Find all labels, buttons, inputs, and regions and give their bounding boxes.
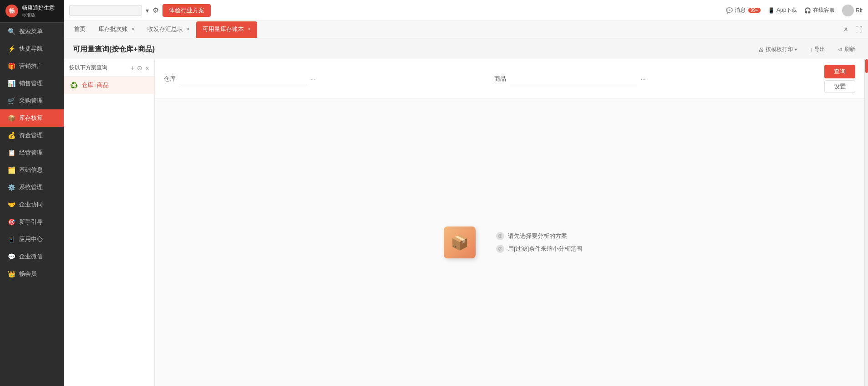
sidebar-item-cooperation[interactable]: 🤝 企业协同	[0, 196, 64, 213]
content-area: 按以下方案查询 + ⊙ « ♻️ 仓库+商品	[64, 59, 868, 386]
topbar-message[interactable]: 💬 消息 99+	[726, 6, 761, 14]
sidebar-item-inventory[interactable]: 📦 库存核算	[0, 109, 64, 127]
topbar-right: 💬 消息 99+ 📱 App下载 🎧 在线客服 Rit	[726, 5, 863, 16]
empty-state: ① 请先选择要分析的方案 ② 用[过滤]条件来缩小分析范围	[155, 99, 864, 386]
empty-step-1: ① 请先选择要分析的方案	[496, 232, 582, 240]
export-btn[interactable]: ↑ 导出	[806, 44, 829, 55]
cart-icon: 🛒	[7, 97, 15, 104]
sidebar-item-basic[interactable]: 🗂️ 基础信息	[0, 161, 64, 179]
left-panel-header: 按以下方案查询 + ⊙ «	[64, 59, 154, 77]
target-icon: 🎯	[7, 218, 15, 226]
print-btn[interactable]: 🖨 按模板打印 ▾	[755, 44, 801, 55]
topbar-online-service[interactable]: 🎧 在线客服	[804, 6, 835, 14]
sidebar-item-appcenter[interactable]: 📱 应用中心	[0, 231, 64, 248]
sidebar-header: 畅 畅康通好生意 标准版	[0, 0, 64, 23]
sidebar-item-finance[interactable]: 💰 资金管理	[0, 127, 64, 144]
brand-sub: 标准版	[22, 12, 55, 18]
product-filter-label: 商品	[494, 75, 506, 83]
product-more-btn[interactable]: ···	[641, 76, 646, 82]
tab-summary-close[interactable]: ×	[187, 26, 190, 32]
topbar-gear-btn[interactable]: ⚙	[152, 6, 159, 15]
lightning-icon: ⚡	[7, 45, 15, 52]
box-icon: 📦	[7, 114, 15, 122]
sidebar-item-sales[interactable]: 📊 销售管理	[0, 75, 64, 92]
sidebar-item-system[interactable]: ⚙️ 系统管理	[0, 179, 64, 196]
sidebar-item-wechat[interactable]: 💬 企业微信	[0, 248, 64, 265]
scheme-warehouse-product[interactable]: ♻️ 仓库+商品	[64, 77, 154, 94]
tab-available-close[interactable]: ×	[248, 26, 251, 32]
empty-step-2: ② 用[过滤]条件来缩小分析范围	[496, 245, 582, 253]
step-1-text: 请先选择要分析的方案	[508, 232, 567, 240]
product-filter-group: 商品 ···	[494, 73, 817, 84]
left-panel-header-actions: + ⊙ «	[131, 64, 149, 72]
topbar-user[interactable]: Rit	[842, 5, 863, 16]
sidebar-item-operations[interactable]: 📋 经营管理	[0, 144, 64, 161]
warehouse-more-btn[interactable]: ···	[310, 76, 315, 82]
recycle-icon: ♻️	[70, 82, 78, 89]
empty-box-icon	[444, 226, 476, 258]
sidebar-item-member[interactable]: 👑 畅会员	[0, 265, 64, 283]
filter-actions: 查询 设置	[824, 65, 855, 93]
scheme-settings-btn[interactable]: ⊙	[137, 64, 142, 72]
chevron-down-icon: ▾	[795, 47, 797, 52]
sidebar-scroll: 🔍 搜索菜单 ⚡ 快捷导航 🎁 营销推广 📊 销售管理 🛒 采购管理 📦 库存核…	[0, 23, 64, 386]
expand-window-btn[interactable]: ⛶	[853, 24, 864, 36]
collapse-icon: «	[145, 64, 149, 72]
headset-icon: 🎧	[804, 7, 811, 14]
scroll-thumb[interactable]	[865, 59, 868, 73]
tab-summary[interactable]: 收发存汇总表 ×	[141, 21, 196, 38]
folder-icon: 🗂️	[7, 166, 15, 174]
step-2-text: 用[过滤]条件来缩小分析范围	[508, 245, 582, 253]
warehouse-filter-input[interactable]	[179, 73, 307, 84]
handshake-icon: 🤝	[7, 201, 15, 208]
tab-batch-close[interactable]: ×	[132, 26, 135, 32]
warehouse-filter-group: 仓库 ···	[164, 73, 487, 84]
print-icon: 🖨	[758, 46, 764, 53]
tab-batch[interactable]: 库存批次账 ×	[92, 21, 141, 38]
sidebar-item-guide[interactable]: 🎯 新手引导	[0, 213, 64, 231]
sidebar-item-shortcut[interactable]: ⚡ 快捷导航	[0, 40, 64, 57]
filter-settings-button[interactable]: 设置	[824, 80, 855, 93]
sidebar-item-search[interactable]: 🔍 搜索菜单	[0, 23, 64, 40]
tabs-right-actions: × ⛶	[842, 24, 864, 36]
topbar-app-download[interactable]: 📱 App下载	[768, 6, 797, 14]
filter-row: 仓库 ··· 商品 ··· 查询 设置	[155, 59, 864, 99]
product-filter-input[interactable]	[510, 73, 637, 84]
industry-btn[interactable]: 体验行业方案	[162, 4, 211, 17]
tab-home[interactable]: 首页	[67, 21, 92, 38]
collapse-panel-btn[interactable]: «	[145, 64, 149, 72]
empty-illustration	[437, 220, 482, 265]
close-window-btn[interactable]: ×	[842, 24, 850, 36]
message-icon: 💬	[726, 7, 733, 14]
page-title: 可用量查询(按仓库+商品)	[73, 45, 155, 54]
step-1-number: ①	[496, 232, 504, 240]
sidebar-logo: 畅	[5, 5, 18, 17]
left-panel: 按以下方案查询 + ⊙ « ♻️ 仓库+商品	[64, 59, 155, 386]
query-button[interactable]: 查询	[824, 65, 855, 78]
message-badge: 99+	[748, 8, 761, 13]
right-edge-scrollbar[interactable]	[864, 59, 868, 386]
gift-icon: 🎁	[7, 62, 15, 70]
warehouse-filter-label: 仓库	[164, 75, 176, 83]
brand-title: 畅康通好生意	[22, 5, 55, 12]
search-icon: 🔍	[7, 28, 15, 35]
crown-icon: 👑	[7, 270, 15, 278]
refresh-btn[interactable]: ↺ 刷新	[834, 44, 859, 55]
page-header: 可用量查询(按仓库+商品) 🖨 按模板打印 ▾ ↑ 导出 ↺ 刷新	[64, 38, 868, 59]
sidebar-item-purchase[interactable]: 🛒 采购管理	[0, 92, 64, 109]
mobile-icon: 📱	[7, 236, 15, 243]
page-header-actions: 🖨 按模板打印 ▾ ↑ 导出 ↺ 刷新	[755, 44, 859, 55]
chat-icon: 💬	[7, 253, 15, 260]
refresh-icon: ↺	[838, 46, 843, 53]
settings-circle-icon: ⊙	[137, 64, 142, 72]
topbar-dropdown-btn[interactable]: ▾	[146, 7, 149, 14]
tabs-bar: 首页 库存批次账 × 收发存汇总表 × 可用量库存账本 × × ⛶	[64, 21, 868, 38]
search-input[interactable]	[69, 5, 142, 16]
sidebar-item-marketing[interactable]: 🎁 营销推广	[0, 57, 64, 75]
money-icon: 💰	[7, 132, 15, 139]
empty-text: ① 请先选择要分析的方案 ② 用[过滤]条件来缩小分析范围	[496, 232, 582, 253]
chart-icon: 📊	[7, 80, 15, 87]
sidebar-brand-text: 畅康通好生意 标准版	[22, 5, 55, 18]
tab-available[interactable]: 可用量库存账本 ×	[196, 21, 257, 38]
add-scheme-btn[interactable]: +	[131, 64, 134, 72]
